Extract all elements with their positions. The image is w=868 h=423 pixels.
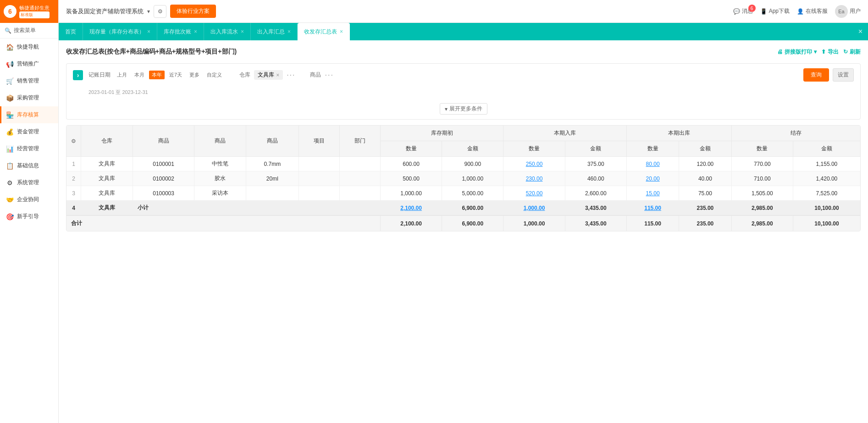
filter-toggle-btn[interactable]: › [73,70,83,80]
row-in-qty[interactable]: 230.00 [503,171,565,186]
col-name-header: 商品 [194,126,246,157]
row-open-amt: 5,000.00 [442,186,503,201]
tab-batch-close[interactable]: × [194,28,197,35]
sidebar-item-base-info[interactable]: 📋 基础信息 [0,157,58,174]
goods-more-dots[interactable]: ··· [325,71,333,79]
row-idx: 2 [66,171,81,186]
total-in-qty: 1,000.00 [503,215,565,231]
col-in-qty-header: 数量 [503,141,565,157]
download-icon: 📱 [760,8,767,15]
col-in-amt-header: 金额 [565,141,626,157]
sidebar-item-guide[interactable]: 🎯 新手引导 [0,208,58,225]
home-icon: 🏠 [6,44,13,51]
col-out-qty-header: 数量 [626,141,679,157]
sidebar-item-system[interactable]: ⚙ 系统管理 [0,174,58,191]
row-open-qty: 1,000.00 [380,186,442,201]
date-btn-this-month[interactable]: 本月 [132,71,147,79]
tab-recv-send[interactable]: 收发存汇总表 × [298,23,350,40]
sidebar-item-sales[interactable]: 🛒 销售管理 [0,72,58,89]
sales-icon: 🛒 [6,77,13,85]
subtotal-warehouse: 文具库 [81,201,133,216]
warehouse-tag-close[interactable]: × [276,72,279,78]
message-btn[interactable]: 💬 消息 6 [733,7,753,15]
row-out-qty[interactable]: 20.00 [626,171,679,186]
row-project [299,157,339,171]
row-in-qty[interactable]: 250.00 [503,157,565,171]
online-service-btn[interactable]: 👤 在线客服 [797,7,828,15]
row-out-amt: 40.00 [679,171,731,186]
app-badge: 标准版 [19,11,50,18]
tab-summary-label: 出入库汇总 [257,28,285,36]
tab-flow-close[interactable]: × [241,28,244,35]
subtotal-in-qty[interactable]: 1,000.00 [503,201,565,216]
row-in-qty[interactable]: 520.00 [503,186,565,201]
filter-settings-btn[interactable]: 设置 [833,68,854,82]
row-dept [339,171,380,186]
sidebar-item-enterprise[interactable]: 🤝 企业协同 [0,191,58,208]
row-open-qty: 500.00 [380,171,442,186]
export-btn[interactable]: ⬆ 导出 [821,48,839,56]
sidebar-item-quick-nav[interactable]: 🏠 快捷导航 [0,38,58,55]
tab-batch[interactable]: 库存批次账 × [157,23,204,40]
subtotal-out-qty[interactable]: 115.00 [626,201,679,216]
subtotal-out-amt: 235.00 [679,201,731,216]
page-content: 收发存汇总表(按仓库+商品编码+商品+规格型号+项目+部门) 🖨 拼接版打印 ▾… [59,40,868,423]
table-row: 2 文具库 0100002 胶水 20ml 500.00 1,000.00 23… [66,171,860,186]
row-warehouse: 文具库 [81,186,133,201]
total-out-amt: 235.00 [679,215,731,231]
app-name: 畅捷通好生意 [19,5,50,11]
refresh-icon: ↻ [843,49,848,55]
tab-home[interactable]: 首页 [59,23,83,40]
app-download-btn[interactable]: 📱 App下载 [760,7,790,15]
print-btn[interactable]: 🖨 拼接版打印 ▾ [777,48,817,56]
row-warehouse: 文具库 [81,171,133,186]
col-code-header: 商品 [133,126,194,157]
avatar: Ea [835,5,848,18]
warehouse-more-dots[interactable]: ··· [287,71,295,79]
row-in-amt: 375.00 [565,157,626,171]
tab-summary-close[interactable]: × [287,28,291,35]
warehouse-filter-section: 仓库 文具库 × ··· [239,70,295,80]
subtotal-row: 4 文具库 小计 2,100.00 6,900.00 1,000.00 3,43… [66,201,860,216]
trial-btn[interactable]: 体验行业方案 [170,5,216,18]
subtotal-open-qty[interactable]: 2,100.00 [380,201,442,216]
col-settings[interactable]: ⚙ [66,126,81,157]
search-menu[interactable]: 🔍 搜索菜单 [0,23,58,38]
tab-flow-label: 出入库流水 [210,28,238,36]
user-btn[interactable]: Ea 用户 [835,5,861,18]
tab-recv-send-close[interactable]: × [340,28,343,35]
date-btn-prev-month[interactable]: 上月 [114,71,130,79]
subtotal-bal-amt: 10,100.00 [793,201,860,216]
tab-batch-label: 库存批次账 [164,28,191,36]
tabs-close-all-btn[interactable]: × [853,27,868,36]
sidebar-item-business[interactable]: 📊 经营管理 [0,140,58,157]
topbar: 装备及固定资产辅助管理系统 ▾ ⚙ 体验行业方案 💬 消息 6 📱 App下载 … [59,0,868,23]
total-label: 合计 [66,215,380,231]
finance-icon: 💰 [6,128,13,136]
guide-icon: 🎯 [6,213,13,220]
date-btn-more[interactable]: 更多 [187,71,202,79]
row-out-qty[interactable]: 80.00 [626,157,679,171]
settings-icon-btn[interactable]: ⚙ [154,5,166,18]
expand-more-btn[interactable]: ▾ 展开更多条件 [440,103,487,115]
row-code: 0100001 [133,157,194,171]
row-out-qty[interactable]: 15.00 [626,186,679,201]
sidebar-item-inventory[interactable]: 🏪 库存核算 [0,106,58,123]
refresh-btn[interactable]: ↻ 刷新 [843,48,861,56]
tab-summary[interactable]: 出入库汇总 × [251,23,298,40]
tab-inventory-dist-close[interactable]: × [147,28,150,35]
tab-inventory-dist[interactable]: 现存量（库存分布表） × [83,23,157,40]
col-out-amt-header: 金额 [679,141,731,157]
sidebar-item-finance[interactable]: 💰 资金管理 [0,123,58,140]
date-btn-7days[interactable]: 近7天 [166,71,185,79]
tab-flow[interactable]: 出入库流水 × [204,23,251,40]
sidebar-item-marketing[interactable]: 📢 营销推广 [0,55,58,72]
service-icon: 👤 [797,8,804,15]
total-bal-qty: 2,985.00 [731,215,793,231]
sidebar-item-purchase[interactable]: 📦 采购管理 [0,89,58,106]
query-btn[interactable]: 查询 [803,68,829,82]
date-btn-this-year[interactable]: 本年 [149,71,165,79]
date-btn-custom[interactable]: 自定义 [204,71,225,79]
search-label: 搜索菜单 [14,27,36,34]
system-title-dropdown[interactable]: ▾ [147,8,150,15]
